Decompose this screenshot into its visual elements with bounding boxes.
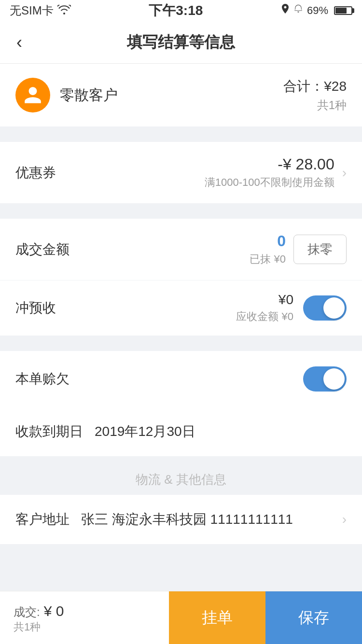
battery-icon — [334, 6, 352, 15]
coupon-card: 优惠券 -¥ 28.00 满1000-100不限制使用金额 › — [0, 142, 362, 203]
advance-sub-amount: 应收金额 ¥0 — [236, 309, 293, 324]
coupon-label: 优惠券 — [15, 164, 56, 182]
deal-amount: ¥ 0 — [44, 603, 64, 619]
coupon-amount: -¥ 28.00 — [205, 155, 334, 173]
status-time: 下午3:18 — [149, 1, 203, 20]
transaction-info: 0 已抹 ¥0 — [250, 232, 286, 266]
debt-row: 本单赊欠 — [0, 351, 362, 407]
advance-label: 冲预收 — [15, 299, 56, 317]
customer-row: 零散客户 合计：¥28 共1种 — [0, 64, 362, 126]
deal-label: 成交: — [14, 604, 40, 620]
battery-percentage: 69% — [307, 4, 328, 17]
debt-card: 本单赊欠 收款到期日 2019年12月30日 — [0, 351, 362, 456]
nav-bar: ‹ 填写结算等信息 — [0, 21, 362, 64]
customer-summary: 合计：¥28 共1种 — [283, 77, 347, 113]
advance-toggle[interactable] — [303, 295, 347, 321]
advance-payment-row: 冲预收 ¥0 应收金额 ¥0 — [0, 280, 362, 336]
advance-right: ¥0 应收金额 ¥0 — [236, 292, 347, 324]
customer-card: 零散客户 合计：¥28 共1种 — [0, 64, 362, 126]
avatar — [15, 78, 50, 112]
save-button[interactable]: 保存 — [265, 591, 362, 644]
user-icon — [23, 85, 43, 105]
status-right: 69% — [281, 4, 352, 17]
coupon-sub: 满1000-100不限制使用金额 — [205, 175, 334, 190]
address-card[interactable]: 客户地址 张三 海淀永丰科技园 11111111111 › — [0, 495, 362, 544]
customer-left: 零散客户 — [15, 78, 118, 112]
coupon-right: -¥ 28.00 满1000-100不限制使用金额 › — [205, 155, 347, 190]
back-button[interactable]: ‹ — [12, 28, 27, 57]
page-title: 填写结算等信息 — [127, 32, 235, 53]
coupon-info: -¥ 28.00 满1000-100不限制使用金额 — [205, 155, 334, 190]
transaction-row: 成交金额 0 已抹 ¥0 抹零 — [0, 219, 362, 280]
hold-button[interactable]: 挂单 — [169, 591, 265, 644]
address-label: 客户地址 — [15, 510, 70, 529]
transaction-sub: 已抹 ¥0 — [250, 252, 286, 266]
location-icon — [281, 4, 290, 17]
divider-3 — [0, 343, 362, 351]
main-content: 零散客户 合计：¥28 共1种 优惠券 -¥ 28.00 满1000-100不限… — [0, 64, 362, 644]
logistics-label: 物流 & 其他信息 — [136, 471, 226, 488]
logistics-section-sep: 物流 & 其他信息 — [0, 464, 362, 495]
advance-amounts: ¥0 应收金额 ¥0 — [236, 292, 293, 324]
sim-text: 无SIM卡 — [10, 3, 54, 18]
bottom-bar: 成交: ¥ 0 共1种 挂单 保存 — [0, 591, 362, 644]
advance-toggle-knob — [323, 297, 345, 319]
due-date-row: 收款到期日 2019年12月30日 — [0, 407, 362, 456]
coupon-chevron: › — [342, 165, 347, 181]
total-count: 共1种 — [283, 98, 347, 113]
debt-label: 本单赊欠 — [15, 370, 70, 388]
debt-toggle[interactable] — [303, 366, 347, 392]
round-down-button[interactable]: 抹零 — [293, 235, 347, 264]
status-left: 无SIM卡 — [10, 3, 71, 18]
address-chevron: › — [342, 512, 347, 527]
transaction-value: 0 — [250, 232, 286, 250]
transaction-label: 成交金额 — [15, 240, 70, 259]
wifi-icon — [57, 4, 71, 17]
advance-main-amount: ¥0 — [236, 292, 293, 308]
status-bar: 无SIM卡 下午3:18 69% — [0, 0, 362, 21]
coupon-row[interactable]: 优惠券 -¥ 28.00 满1000-100不限制使用金额 › — [0, 142, 362, 203]
transaction-right: 0 已抹 ¥0 抹零 — [250, 232, 347, 266]
total-amount: 合计：¥28 — [283, 77, 347, 96]
divider-1 — [0, 134, 362, 142]
due-date-value: 2019年12月30日 — [95, 422, 195, 441]
address-row[interactable]: 客户地址 张三 海淀永丰科技园 11111111111 › — [0, 495, 362, 544]
bottom-info: 成交: ¥ 0 共1种 — [0, 591, 169, 644]
customer-name: 零散客户 — [60, 85, 118, 105]
debt-toggle-knob — [323, 368, 345, 390]
divider-2 — [0, 211, 362, 219]
alarm-icon — [293, 4, 303, 17]
due-date-label: 收款到期日 — [15, 422, 83, 441]
amount-card: 成交金额 0 已抹 ¥0 抹零 冲预收 ¥0 应收金额 ¥0 — [0, 219, 362, 336]
bottom-count: 共1种 — [14, 620, 155, 634]
address-value: 张三 海淀永丰科技园 11111111111 — [81, 510, 331, 529]
